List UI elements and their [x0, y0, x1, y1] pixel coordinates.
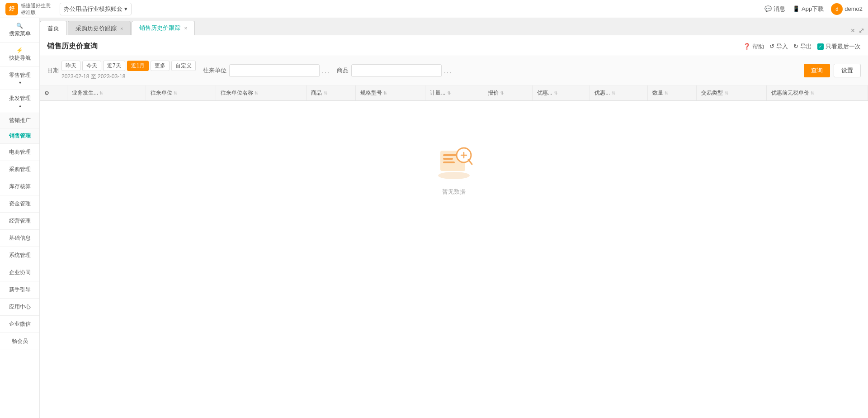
- product-label: 商品: [337, 66, 349, 75]
- col-unit[interactable]: 计量... ⇅: [425, 86, 483, 101]
- date-filters: 昨天 今天 近7天 近1月 更多 自定义: [61, 61, 196, 71]
- export-icon: ↻: [793, 43, 798, 50]
- sidebar-item-app-center[interactable]: 应用中心: [0, 299, 39, 316]
- topbar-left: 好 畅捷通好生意 标准版 办公用品行业模拟账套 ▾: [5, 2, 132, 15]
- app-selector[interactable]: 办公用品行业模拟账套 ▾: [60, 3, 132, 15]
- empty-text: 暂无数据: [442, 188, 466, 196]
- page-header: 销售历史价查询 ❓ 帮助 ↺ 导入 ↻ 导出: [40, 35, 868, 56]
- sidebar-item-system-mgmt[interactable]: 系统管理: [0, 247, 39, 264]
- svg-point-0: [438, 172, 470, 179]
- tab-sales-history[interactable]: 销售历史价跟踪 ×: [132, 21, 194, 35]
- sort-icon: ⇅: [174, 90, 177, 95]
- col-pretax-price[interactable]: 优惠前无税单价 ⇅: [767, 86, 868, 101]
- maximize-window-button[interactable]: ⤢: [859, 26, 864, 35]
- sidebar-item-enterprise-wechat[interactable]: 企业微信: [0, 316, 39, 333]
- sort-icon: ⇅: [255, 90, 258, 95]
- product-search-group: 商品 ...: [337, 64, 452, 77]
- product-input-group: ...: [351, 64, 452, 77]
- import-button[interactable]: ↺ 导入: [769, 43, 788, 51]
- product-input[interactable]: [351, 64, 442, 77]
- export-button[interactable]: ↻ 导出: [793, 43, 812, 51]
- date-search-group: 日期 昨天 今天 近7天 近1月 更多 自定义 2023-02-18 至 202…: [47, 61, 196, 81]
- sidebar-item-purchase-mgmt[interactable]: 采购管理: [0, 161, 39, 178]
- sidebar-item-retail-mgmt[interactable]: 零售管理 ▾: [0, 67, 39, 90]
- date-more-btn[interactable]: 更多: [151, 61, 170, 71]
- settings-button[interactable]: 设置: [834, 64, 861, 77]
- sidebar-item-inventory[interactable]: 库存核算: [0, 178, 39, 195]
- sidebar-item-sales-mgmt[interactable]: 销售管理: [0, 128, 39, 144]
- partner-input[interactable]: [229, 64, 320, 77]
- avatar: d: [831, 3, 843, 15]
- col-partner-code[interactable]: 往来单位 ⇅: [146, 86, 216, 101]
- col-product[interactable]: 商品 ⇅: [307, 86, 355, 101]
- partner-label: 往来单位: [203, 66, 226, 75]
- date-yesterday-btn[interactable]: 昨天: [61, 61, 80, 71]
- sidebar-item-ecommerce-mgmt[interactable]: 电商管理: [0, 144, 39, 161]
- sidebar-item-search-menu[interactable]: 🔍 搜索菜单: [0, 18, 39, 43]
- content-area: 首页 采购历史价跟踪 × 销售历史价跟踪 × × ⤢ 销售历史价查询: [40, 18, 868, 418]
- sort-icon: ⇅: [811, 90, 814, 95]
- tab-close-sales[interactable]: ×: [184, 25, 187, 31]
- search-actions: 查询 设置: [804, 64, 861, 77]
- message-icon: 💬: [764, 5, 772, 12]
- sort-icon: ⇅: [665, 90, 668, 95]
- logo-icon: 好: [5, 3, 18, 15]
- help-button[interactable]: ❓ 帮助: [743, 43, 764, 51]
- tab-home[interactable]: 首页: [40, 21, 67, 35]
- topbar-right: 💬 消息 📱 App下载 d demo2: [764, 3, 863, 15]
- sidebar-item-marketing[interactable]: 营销推广: [0, 113, 39, 128]
- col-quantity[interactable]: 数量 ⇅: [647, 86, 696, 101]
- only-last-checkbox[interactable]: 只看最后一次: [817, 43, 861, 51]
- date-today-btn[interactable]: 今天: [82, 61, 101, 71]
- col-gear[interactable]: ⚙: [40, 86, 67, 101]
- chevron-up-icon: ▴: [19, 103, 21, 108]
- chevron-down-icon: ▾: [124, 5, 127, 12]
- chevron-down-icon: ▾: [19, 80, 21, 85]
- sidebar-item-wholesale-mgmt[interactable]: 批发管理 ▴: [0, 90, 39, 113]
- help-icon: ❓: [743, 43, 750, 50]
- sidebar-item-basic-info[interactable]: 基础信息: [0, 230, 39, 247]
- col-biz-date[interactable]: 业务发生... ⇅: [67, 86, 146, 101]
- date-last7-btn[interactable]: 近7天: [103, 61, 125, 71]
- col-quote-price[interactable]: 报价 ⇅: [483, 86, 532, 101]
- date-label: 日期: [47, 66, 59, 75]
- page-title: 销售历史价查询: [47, 42, 98, 51]
- user-menu[interactable]: d demo2: [831, 3, 863, 15]
- col-discount1[interactable]: 优惠... ⇅: [532, 86, 590, 101]
- date-last1m-btn[interactable]: 近1月: [127, 61, 149, 71]
- tab-purchase-history[interactable]: 采购历史价跟踪 ×: [68, 21, 131, 35]
- query-button[interactable]: 查询: [804, 64, 830, 77]
- col-discount2[interactable]: 优惠... ⇅: [590, 86, 648, 101]
- sort-icon: ⇅: [99, 90, 103, 95]
- col-partner-name[interactable]: 往来单位名称 ⇅: [216, 86, 307, 101]
- message-button[interactable]: 💬 消息: [764, 5, 785, 13]
- sort-icon: ⇅: [612, 90, 615, 95]
- sort-icon: ⇅: [324, 90, 327, 95]
- col-spec[interactable]: 规格型号 ⇅: [355, 86, 425, 101]
- app-download-button[interactable]: 📱 App下载: [793, 5, 824, 13]
- partner-dots-button[interactable]: ...: [321, 66, 330, 75]
- tab-close-purchase[interactable]: ×: [120, 26, 123, 31]
- col-trade-type[interactable]: 交易类型 ⇅: [697, 86, 767, 101]
- main-layout: 🔍 搜索菜单 ⚡ 快捷导航 零售管理 ▾ 批发管理 ▴ 营销推广 销售管理 电商…: [0, 18, 868, 418]
- sidebar-item-quick-nav[interactable]: ⚡ 快捷导航: [0, 43, 39, 67]
- sort-icon: ⇅: [447, 90, 451, 95]
- sidebar-item-operations-mgmt[interactable]: 经营管理: [0, 213, 39, 230]
- search-icon: 🔍: [16, 23, 23, 29]
- svg-rect-4: [443, 162, 455, 163]
- sidebar-item-finance-mgmt[interactable]: 资金管理: [0, 195, 39, 213]
- product-dots-button[interactable]: ...: [443, 66, 452, 75]
- close-window-button[interactable]: ×: [851, 27, 855, 35]
- svg-rect-3: [443, 158, 453, 160]
- svg-rect-2: [443, 154, 457, 156]
- page-header-actions: ❓ 帮助 ↺ 导入 ↻ 导出 只看最后一次: [743, 43, 861, 51]
- sidebar-item-member[interactable]: 畅会员: [0, 333, 39, 350]
- partner-input-group: ...: [229, 64, 330, 77]
- date-custom-btn[interactable]: 自定义: [171, 61, 196, 71]
- sidebar-item-enterprise-collab[interactable]: 企业协同: [0, 264, 39, 281]
- import-icon: ↺: [769, 43, 774, 50]
- sidebar-item-new-guide[interactable]: 新手引导: [0, 281, 39, 299]
- checkbox-checked-icon: [817, 43, 824, 50]
- table-header: ⚙ 业务发生... ⇅ 往来单位 ⇅ 往来单位名称: [40, 86, 868, 101]
- sort-icon: ⇅: [725, 90, 728, 95]
